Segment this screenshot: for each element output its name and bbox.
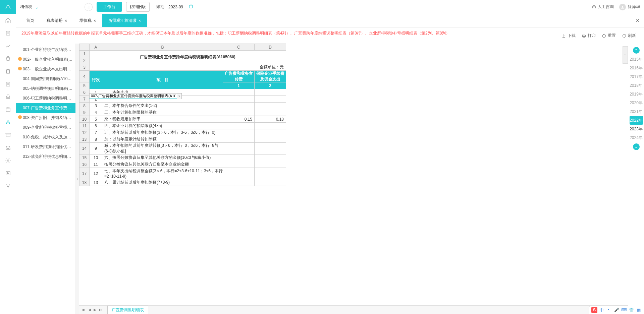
value-cell-c[interactable] xyxy=(223,103,255,109)
ime-lang[interactable]: 中 xyxy=(599,307,605,313)
year-button[interactable]: 2024年 xyxy=(630,133,643,142)
tab-income-tax[interactable]: 所得税汇算清缴× xyxy=(102,14,147,27)
row-num-cell[interactable]: 13 xyxy=(90,179,102,186)
value-cell-c[interactable] xyxy=(223,179,255,186)
form-list-item[interactable]: 008-资产折旧、摊销及纳税… xyxy=(16,113,75,123)
year-button[interactable]: 2015年 xyxy=(630,55,643,64)
year-button[interactable]: 2017年 xyxy=(630,72,643,81)
row-header[interactable]: 13 xyxy=(79,136,90,143)
old-version-button[interactable]: 切到旧版 xyxy=(126,2,150,12)
close-icon[interactable]: × xyxy=(139,18,141,23)
form-list-item[interactable]: 002-一般企业收入明细表(A… xyxy=(16,55,75,64)
row-header[interactable]: 14 xyxy=(79,143,90,154)
inbox-icon[interactable] xyxy=(0,141,16,154)
value-cell-c[interactable] xyxy=(223,143,255,154)
value-cell-c[interactable] xyxy=(223,154,255,161)
form-list-item[interactable]: 001-企业所得税年度纳税申… xyxy=(16,45,75,55)
ledger-icon[interactable] xyxy=(0,27,16,40)
value-cell-c[interactable] xyxy=(223,136,255,143)
row-header[interactable]: 7 xyxy=(79,96,90,103)
value-cell-d[interactable] xyxy=(255,179,286,186)
value-cell-c[interactable] xyxy=(223,123,255,129)
form-list-item[interactable]: 009-企业所得税弥补亏损明… xyxy=(16,123,75,132)
tab-home[interactable]: 首页 xyxy=(20,14,41,27)
value-cell-d[interactable] xyxy=(255,154,286,161)
nav-last-icon[interactable]: ⏭ xyxy=(98,308,103,312)
row-header[interactable]: 9 xyxy=(79,109,90,116)
ime-engine-icon[interactable]: S xyxy=(591,307,597,313)
consult-link[interactable]: 人工咨询 xyxy=(592,4,614,10)
ime-punct-icon[interactable]: •, xyxy=(606,307,612,313)
row-num-cell[interactable]: 3 xyxy=(90,103,102,109)
unit-label[interactable]: 金额单位：元 xyxy=(90,64,286,71)
formula-dropdown-icon[interactable]: ▾ xyxy=(177,93,182,99)
sheet-tab[interactable]: 广宣费调整明细表 xyxy=(107,306,148,314)
ime-skin-icon[interactable]: 👕 xyxy=(628,307,634,313)
form-list-item[interactable]: 004-期间费用明细表(A1040… xyxy=(16,74,75,84)
close-icon[interactable]: × xyxy=(65,18,67,23)
horizontal-scrollbar[interactable] xyxy=(155,308,628,312)
value-cell-c[interactable] xyxy=(223,96,255,103)
value-cell-c[interactable] xyxy=(223,161,255,168)
row-num-cell[interactable]: 10 xyxy=(90,154,102,161)
scroll-up-icon[interactable]: ⌃ xyxy=(633,47,640,54)
col-header-C[interactable]: C xyxy=(223,44,255,51)
value-cell-d[interactable] xyxy=(255,123,286,129)
home-icon[interactable] xyxy=(0,14,16,27)
year-button[interactable]: 2022年 xyxy=(630,116,643,125)
col-header-B[interactable]: B xyxy=(102,44,223,51)
archive-icon[interactable] xyxy=(0,129,16,141)
ime-toolbox-icon[interactable]: ▦ xyxy=(636,307,642,313)
subheader-1[interactable]: 1 xyxy=(223,82,255,89)
calendar-picker-icon[interactable] xyxy=(189,4,193,10)
header-adfee[interactable]: 广告费和业务宣传费 xyxy=(223,71,255,82)
sheet-title[interactable]: 广告费和业务宣传费跨年度纳税调整明细表(A105060) xyxy=(90,51,286,64)
sheet-scroll[interactable]: A B C D 1广告费和业务宣传费跨年度纳税调整明细表(A105060) 2 … xyxy=(79,44,628,305)
value-cell-d[interactable] xyxy=(255,168,286,179)
scroll-down-icon[interactable]: ⌄ xyxy=(633,143,640,150)
row-num-cell[interactable]: 5 xyxy=(90,116,102,123)
project-cell[interactable]: 六、按照分摊协议归集至其他关联方的金额(10≤3与6孰小值) xyxy=(102,154,223,161)
row-num-cell[interactable]: 9 xyxy=(90,143,102,154)
project-cell[interactable]: 乘：税收规定扣除率 xyxy=(102,116,223,123)
row-header[interactable]: 17 xyxy=(79,168,90,179)
project-cell[interactable]: 按照分摊协议从其他关联方归集至本企业的金额 xyxy=(102,161,223,168)
value-cell-d[interactable] xyxy=(255,96,286,103)
settings-icon[interactable] xyxy=(0,154,16,167)
play-icon[interactable] xyxy=(0,167,16,180)
year-button[interactable]: 2018年 xyxy=(630,81,643,90)
form-list-item[interactable]: 011-研发费用加计扣除优惠… xyxy=(16,142,75,152)
corner-cell[interactable] xyxy=(79,44,90,51)
project-cell[interactable]: 四、本企业计算的扣除限额(4×5) xyxy=(102,123,223,129)
form-list-item[interactable]: 006-职工薪酬纳税调整明细… xyxy=(16,93,75,103)
tax-icon[interactable] xyxy=(0,116,16,129)
form-list-item[interactable]: 007-广告费和业务宣传费跨… xyxy=(16,103,75,113)
right-panel-expand-handle[interactable]: › xyxy=(623,46,628,64)
header-project[interactable]: 项 目 xyxy=(102,71,223,89)
form-list-item[interactable]: 003-一般企业成本支出明细… xyxy=(16,64,75,74)
value-cell-d[interactable] xyxy=(255,161,286,168)
chart-icon[interactable] xyxy=(0,40,16,52)
clipboard-icon[interactable] xyxy=(0,65,16,78)
bag-icon[interactable] xyxy=(0,52,16,65)
form-list-item[interactable]: 005-纳税调整项目明细表(A1… xyxy=(16,84,75,93)
nav-next-icon[interactable]: ▶ xyxy=(93,308,97,312)
col-header-D[interactable]: D xyxy=(255,44,286,51)
tab-tax-list[interactable]: 税表清册× xyxy=(41,14,73,27)
row-header[interactable]: 15 xyxy=(79,154,90,161)
value-cell-c[interactable]: 0.15 xyxy=(223,116,255,123)
value-cell-c[interactable] xyxy=(223,129,255,136)
row-num-cell[interactable]: 12 xyxy=(90,168,102,179)
project-cell[interactable]: 七、本年支出纳税调整金额(3＞6，本行=2+3-6+10-11；3≤6，本行=2… xyxy=(102,168,223,179)
row-header[interactable]: 6 xyxy=(79,89,90,96)
list-toggle-button[interactable] xyxy=(85,3,93,11)
year-button[interactable]: 2020年 xyxy=(630,99,643,107)
user-menu[interactable]: 徐泽华 xyxy=(619,4,640,10)
project-cell[interactable]: 八、累计结转以后年度扣除额(7+8-9) xyxy=(102,179,223,186)
header-rownum[interactable]: 行次 xyxy=(90,71,102,89)
row-header[interactable]: 11 xyxy=(79,123,90,129)
nav-prev-icon[interactable]: ◀ xyxy=(88,308,92,312)
ime-mic-icon[interactable]: 🎤 xyxy=(613,307,620,313)
refresh-button[interactable]: 刷新 xyxy=(622,33,636,39)
header-commission[interactable]: 保险企业手续费及佣金支出 xyxy=(255,71,286,82)
